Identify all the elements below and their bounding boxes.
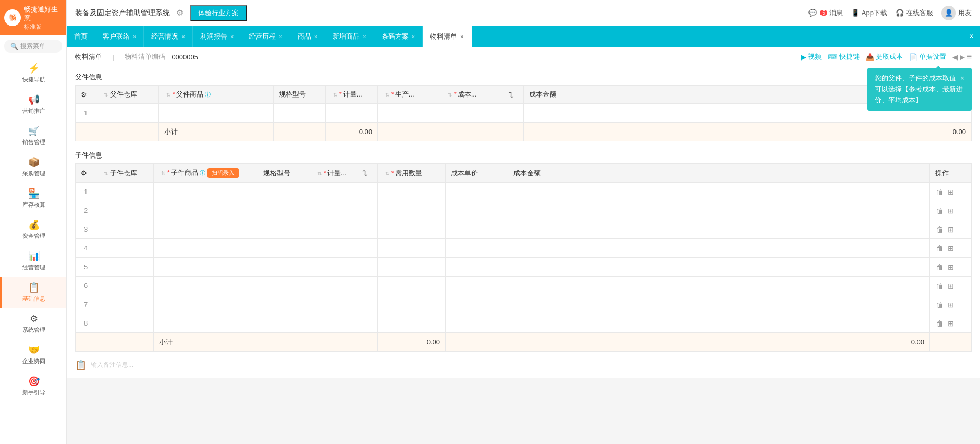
topbar-gear-icon[interactable]: ⚙: [176, 8, 183, 18]
child-th-needed-qty: ⇅ *需用数量: [378, 164, 446, 183]
enterprise-icon: 🤝: [28, 344, 40, 356]
child-row1-copy-icon[interactable]: ⊞: [948, 188, 954, 196]
search-input-area[interactable]: 🔍 搜索菜单: [4, 40, 62, 53]
tab-goods-close[interactable]: ×: [314, 33, 317, 40]
parent-th-cost: ⇅ *成本...: [440, 86, 503, 104]
trial-button[interactable]: 体验行业方案: [190, 5, 247, 21]
tab-profit[interactable]: 利润报告 ×: [193, 26, 241, 47]
tab-new-goods-close[interactable]: ×: [363, 33, 366, 40]
child-row8-delete-icon[interactable]: 🗑: [936, 319, 944, 328]
tab-history-close[interactable]: ×: [279, 33, 282, 40]
tab-profit-close[interactable]: ×: [230, 33, 234, 40]
purchase-icon: 📦: [28, 157, 40, 168]
guide-icon: 🎯: [28, 376, 40, 387]
child-row1-delete-icon[interactable]: 🗑: [936, 188, 944, 196]
sidebar-logo: 畅 畅捷通好生意 标准版: [0, 0, 66, 35]
search-label: 搜索菜单: [20, 42, 45, 51]
child-row6-copy-icon[interactable]: ⊞: [948, 282, 954, 290]
page-header: 物料清单 | 物料清单编码 0000005 ▶ 视频 ⌨ 快捷键 📥 提取成本: [67, 47, 980, 67]
nav-tabs: 首页 客户联络 × 经营情况 × 利润报告 × 经营历程 × 商品 × 新增商品…: [67, 26, 980, 47]
sidebar-item-purchase[interactable]: 📦 采购管理: [0, 151, 66, 183]
parent-settings-icon: ⚙: [81, 91, 87, 99]
child-row3-delete-icon[interactable]: 🗑: [936, 225, 944, 234]
action-video[interactable]: ▶ 视频: [801, 52, 822, 62]
user-area[interactable]: 👤 用友: [941, 6, 972, 20]
invoice-settings-label: 单据设置: [919, 52, 946, 62]
action-extract-cost[interactable]: 📥 提取成本: [866, 52, 903, 62]
child-row1-goods[interactable]: [154, 183, 258, 201]
tab-customers[interactable]: 客户联络 ×: [95, 26, 144, 47]
nav-prev-icon[interactable]: ◀: [952, 53, 958, 61]
message-icon: 💬: [808, 9, 817, 17]
child-row8-copy-icon[interactable]: ⊞: [948, 319, 954, 328]
sidebar-item-quick-nav[interactable]: ⚡ 快捷导航: [0, 57, 66, 89]
tab-goods[interactable]: 商品 ×: [290, 26, 325, 47]
sidebar-item-operation[interactable]: 📊 经营管理: [0, 245, 66, 277]
sidebar-search[interactable]: 🔍 搜索菜单: [0, 35, 66, 57]
parent-cell-warehouse[interactable]: [96, 104, 159, 123]
tab-bom[interactable]: 物料清单 ×: [423, 26, 471, 47]
child-row1-empty: [357, 183, 378, 201]
child-row2-copy-icon[interactable]: ⊞: [948, 207, 954, 215]
child-row2-delete-icon[interactable]: 🗑: [936, 207, 944, 215]
tab-operations-close[interactable]: ×: [181, 33, 185, 40]
action-shortcut[interactable]: ⌨ 快捷键: [828, 52, 860, 62]
nav-next-icon[interactable]: ▶: [960, 53, 965, 61]
parent-cell-spec[interactable]: [274, 104, 326, 123]
message-button[interactable]: 💬 5 消息: [808, 8, 843, 18]
parent-th-spec: 规格型号: [274, 86, 326, 104]
tab-barcode-close[interactable]: ×: [412, 33, 415, 40]
tab-history[interactable]: 经营历程 ×: [241, 26, 290, 47]
parent-th-settings[interactable]: ⚙: [76, 86, 96, 104]
parent-cell-goods[interactable]: [159, 104, 274, 123]
child-row1-spec[interactable]: [258, 183, 310, 201]
app-download-button[interactable]: 📱 App下载: [851, 8, 887, 18]
tab-barcode[interactable]: 条码方案 ×: [374, 26, 423, 47]
sidebar-item-system[interactable]: ⚙ 系统管理: [0, 308, 66, 339]
child-row1-unit[interactable]: [310, 183, 357, 201]
sidebar-item-sales[interactable]: 🛒 销售管理: [0, 120, 66, 151]
child-row6-delete-icon[interactable]: 🗑: [936, 282, 944, 290]
child-th-unit: ⇅ *计量...: [310, 164, 357, 183]
action-invoice-settings[interactable]: 📄 单据设置: [909, 52, 946, 62]
parent-cell-unit[interactable]: [326, 104, 378, 123]
parent-cell-production[interactable]: [378, 104, 440, 123]
note-placeholder[interactable]: 输入备注信息...: [91, 361, 133, 369]
parent-table-row: 1: [76, 104, 972, 123]
child-row1-unit-cost[interactable]: [446, 183, 508, 201]
tooltip-close-button[interactable]: ×: [960, 73, 964, 84]
child-row1-actions: 🗑 ⊞: [930, 183, 972, 201]
child-th-settings[interactable]: ⚙: [76, 164, 96, 183]
child-row4-copy-icon[interactable]: ⊞: [948, 244, 954, 253]
child-row5-delete-icon[interactable]: 🗑: [936, 263, 944, 271]
sales-icon: 🛒: [28, 125, 40, 137]
sidebar-item-finance[interactable]: 💰 资金管理: [0, 214, 66, 245]
child-row1-warehouse[interactable]: [96, 183, 154, 201]
child-row7-copy-icon[interactable]: ⊞: [948, 301, 954, 309]
child-row5-copy-icon[interactable]: ⊞: [948, 263, 954, 271]
tab-operations[interactable]: 经营情况 ×: [144, 26, 192, 47]
online-service-button[interactable]: 🎧 在线客服: [896, 8, 933, 18]
tab-customers-close[interactable]: ×: [133, 33, 136, 40]
child-row1-needed-qty[interactable]: [378, 183, 446, 201]
tab-home[interactable]: 首页: [67, 26, 95, 47]
sidebar-item-enterprise[interactable]: 🤝 企业协同: [0, 339, 66, 370]
breadcrumb-sep: |: [113, 53, 114, 61]
parent-cell-cost[interactable]: [440, 104, 503, 123]
sidebar-item-inventory[interactable]: 🏪 库存核算: [0, 183, 66, 214]
sidebar-item-guide[interactable]: 🎯 新手引导: [0, 370, 66, 402]
child-row3-copy-icon[interactable]: ⊞: [948, 225, 954, 234]
child-row4-delete-icon[interactable]: 🗑: [936, 244, 944, 253]
sidebar-item-basic-info[interactable]: 📋 基础信息: [0, 277, 66, 308]
guide-label: 新手引导: [22, 389, 45, 397]
scan-button[interactable]: 扫码录入: [207, 168, 239, 178]
sidebar-item-marketing[interactable]: 📢 营销推广: [0, 89, 66, 120]
close-all-tabs-button[interactable]: ×: [963, 32, 980, 41]
basic-info-label: 基础信息: [22, 295, 45, 303]
tab-new-goods[interactable]: 新增商品 ×: [325, 26, 374, 47]
tab-profit-label: 利润报告: [200, 32, 227, 41]
menu-icon[interactable]: ≡: [967, 52, 972, 62]
inventory-label: 库存核算: [22, 201, 45, 209]
tab-bom-close[interactable]: ×: [460, 33, 463, 40]
child-row7-delete-icon[interactable]: 🗑: [936, 301, 944, 309]
